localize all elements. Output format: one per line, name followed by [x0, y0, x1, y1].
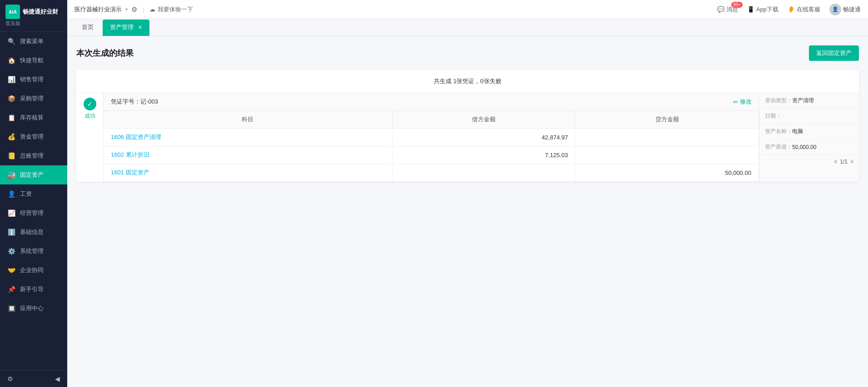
result-panel: 共生成 1张凭证，0张失败 ✓ 成功 凭证字号：记-003 ✏ 修改 — [76, 70, 859, 182]
content-area: 本次生成的结果 返回固定资产 共生成 1张凭证，0张失败 ✓ 成功 凭证字号：记… — [67, 36, 868, 387]
app-logo-sub: 普及版 — [5, 20, 62, 27]
table-row: 1601 固定资产 50,000.00 — [104, 164, 759, 182]
voucher-main: 凭证字号：记-003 ✏ 修改 科目 借方金额 贷方金额 — [104, 93, 759, 182]
tab-asset-management[interactable]: 资产管理 ✕ — [103, 20, 149, 36]
side-pagination: < 1/1 > — [759, 155, 859, 169]
debit-cell: 7,125.03 — [392, 146, 575, 164]
header-settings-icon[interactable]: ⚙ — [131, 5, 137, 14]
app-download-label: App下载 — [756, 5, 779, 14]
sidebar-item-appcenter[interactable]: 🔲 应用中心 — [0, 299, 67, 318]
page-header: 本次生成的结果 返回固定资产 — [76, 45, 859, 61]
company-dropdown-arrow[interactable]: ▾ — [125, 7, 128, 12]
success-icon: ✓ — [84, 98, 96, 110]
sidebar-item-salary[interactable]: 👤 工资 — [0, 184, 67, 203]
side-info-panel: 变动类型： 资产清理 日期： 资产名称： 电脑 资产原值： 50,000.00 — [759, 93, 859, 182]
col-debit: 借方金额 — [392, 111, 575, 129]
fixedassets-icon: 🏭 — [7, 171, 15, 179]
sidebar-label-appcenter: 应用中心 — [20, 304, 44, 313]
sidebar-item-system[interactable]: ⚙️ 系统管理 — [0, 242, 67, 261]
message-icon: 💬 — [717, 6, 724, 13]
table-row: 1606 固定资产清理 42,874.97 — [104, 129, 759, 146]
sidebar-label-enterprise: 企业协同 — [20, 266, 44, 274]
page-title: 本次生成的结果 — [76, 48, 134, 59]
edit-voucher-button[interactable]: ✏ 修改 — [733, 98, 752, 106]
sales-icon: 📊 — [7, 75, 15, 84]
experience-button[interactable]: ☁ 我要体验一下 — [149, 5, 193, 14]
sidebar-label-newguide: 新手引导 — [20, 285, 44, 293]
voucher-number: 凭证字号：记-003 — [111, 98, 158, 106]
enterprise-icon: 🤝 — [7, 266, 15, 274]
tab-bar: 首页 资产管理 ✕ — [67, 19, 868, 36]
sidebar-item-basicinfo[interactable]: ℹ️ 基础信息 — [0, 223, 67, 242]
operations-icon: 📈 — [7, 209, 15, 217]
online-service-button[interactable]: 👂 在线客服 — [788, 5, 820, 14]
page-indicator: 1/1 — [840, 159, 848, 165]
table-row: 1602 累计折旧 7,125.03 — [104, 146, 759, 164]
col-credit: 贷方金额 — [575, 111, 759, 129]
asset-name-value: 电脑 — [792, 128, 803, 135]
sidebar-item-finance[interactable]: 💰 资金管理 — [0, 127, 67, 146]
return-fixed-assets-button[interactable]: 返回固定资产 — [809, 45, 859, 61]
top-header: 医疗器械行业演示 ▾ ⚙ | ☁ 我要体验一下 💬 消息 99+ 📱 App下载… — [67, 0, 868, 19]
change-type-row: 变动类型： 资产清理 — [759, 93, 859, 109]
sidebar-label-inventory: 库存核算 — [20, 114, 44, 122]
prev-page-button[interactable]: < — [834, 159, 837, 165]
voucher-table: 科目 借方金额 贷方金额 1606 固定资产清理 42,874.97 1602 … — [104, 111, 759, 182]
app-download-button[interactable]: 📱 App下载 — [747, 5, 779, 14]
collapse-icon[interactable]: ◀ — [55, 375, 60, 382]
sidebar-label-salary: 工资 — [20, 190, 32, 198]
messages-button[interactable]: 💬 消息 99+ — [717, 5, 738, 14]
credit-cell — [575, 129, 759, 146]
voucher-status-cell: ✓ 成功 — [76, 93, 104, 182]
tab-home[interactable]: 首页 — [74, 20, 101, 36]
system-icon: ⚙️ — [7, 247, 15, 255]
service-icon: 👂 — [788, 6, 795, 13]
sidebar-item-quicknav[interactable]: 🏠 快捷导航 — [0, 51, 67, 70]
ledger-icon: 📒 — [7, 152, 15, 160]
change-type-value: 资产清理 — [792, 97, 814, 104]
finance-icon: 💰 — [7, 133, 15, 141]
quicknav-icon: 🏠 — [7, 56, 15, 64]
next-page-button[interactable]: > — [850, 159, 853, 165]
tab-close-icon[interactable]: ✕ — [138, 25, 142, 30]
inventory-icon: 📋 — [7, 114, 15, 122]
newguide-icon: 📌 — [7, 285, 15, 293]
sidebar-nav: 🔍 搜索菜单 🏠 快捷导航 📊 销售管理 📦 采购管理 📋 库存核算 💰 资金管… — [0, 32, 67, 370]
success-text: 成功 — [81, 112, 99, 120]
user-avatar: 👤 — [829, 4, 841, 15]
voucher-section: ✓ 成功 凭证字号：记-003 ✏ 修改 — [76, 93, 859, 182]
original-value-label: 资产原值： — [765, 143, 792, 151]
online-service-label: 在线客服 — [797, 5, 820, 14]
sidebar-footer: ⚙ ◀ — [0, 370, 67, 387]
asset-name-label: 资产名称： — [765, 128, 792, 135]
user-profile[interactable]: 👤 畅捷通 — [829, 4, 861, 15]
sidebar-item-fixedassets[interactable]: 🏭 固定资产 — [0, 165, 67, 184]
sidebar-item-operations[interactable]: 📈 经营管理 — [0, 203, 67, 223]
settings-icon[interactable]: ⚙ — [7, 375, 13, 382]
sidebar-item-search[interactable]: 🔍 搜索菜单 — [0, 32, 67, 51]
sidebar-item-ledger[interactable]: 📒 总账管理 — [0, 146, 67, 165]
sidebar-item-inventory[interactable]: 📋 库存核算 — [0, 108, 67, 127]
tab-asset-label: 资产管理 — [110, 24, 134, 30]
asset-name-row: 资产名称： 电脑 — [759, 124, 859, 139]
debit-cell — [392, 164, 575, 182]
sidebar-item-sales[interactable]: 📊 销售管理 — [0, 70, 67, 89]
header-left: 医疗器械行业演示 ▾ ⚙ | ☁ 我要体验一下 — [74, 5, 193, 14]
debit-cell: 42,874.97 — [392, 129, 575, 146]
sidebar-label-fixedassets: 固定资产 — [20, 171, 44, 179]
edit-label: 修改 — [740, 98, 752, 106]
credit-cell: 50,000.00 — [575, 164, 759, 182]
username: 畅捷通 — [843, 5, 861, 14]
experience-label: 我要体验一下 — [158, 5, 193, 14]
app-logo-icon: AtA — [5, 5, 20, 19]
cloud-icon: ☁ — [149, 6, 155, 13]
sidebar-item-newguide[interactable]: 📌 新手引导 — [0, 280, 67, 299]
sidebar-label-sales: 销售管理 — [20, 75, 44, 84]
appcenter-icon: 🔲 — [7, 304, 15, 313]
app-logo-text: 畅捷通好业财 — [23, 8, 58, 16]
sidebar-label-purchase: 采购管理 — [20, 94, 44, 103]
original-value-row: 资产原值： 50,000.00 — [759, 139, 859, 155]
sidebar-label-finance: 资金管理 — [20, 133, 44, 141]
sidebar-item-enterprise[interactable]: 🤝 企业协同 — [0, 261, 67, 280]
sidebar-item-purchase[interactable]: 📦 采购管理 — [0, 89, 67, 108]
